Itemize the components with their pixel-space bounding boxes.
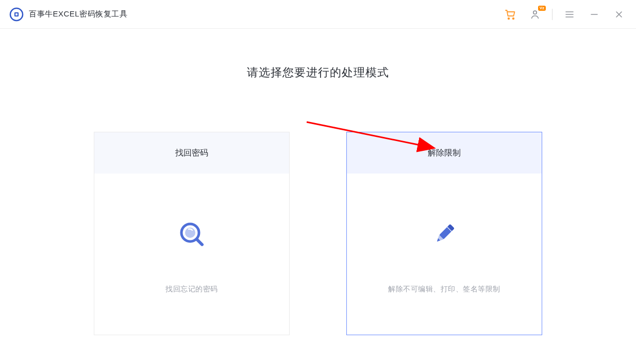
svg-point-4: [513, 18, 514, 19]
card-title: 解除限制: [347, 132, 542, 174]
vip-badge: Vz: [538, 6, 546, 11]
cart-icon[interactable]: [503, 7, 518, 22]
card-title: 找回密码: [94, 132, 289, 174]
magnifier-icon: [177, 220, 206, 249]
app-logo-icon: [9, 7, 24, 22]
cards-row: 找回密码 找回忘记的密码 解除限制: [0, 132, 636, 335]
card-body: 解除不可编辑、打印、签名等限制: [347, 174, 542, 335]
title-left: 百事牛EXCEL密码恢复工具: [9, 7, 127, 22]
card-desc: 找回忘记的密码: [165, 285, 218, 294]
user-icon[interactable]: Vz: [527, 7, 543, 22]
divider: [552, 9, 553, 20]
svg-point-3: [508, 18, 510, 19]
title-bar: 百事牛EXCEL密码恢复工具 Vz: [0, 0, 636, 29]
menu-icon[interactable]: [562, 7, 577, 22]
option-card-recover-password[interactable]: 找回密码 找回忘记的密码: [94, 132, 290, 335]
minimize-icon[interactable]: [587, 7, 602, 22]
main-heading: 请选择您要进行的处理模式: [0, 65, 636, 80]
svg-rect-2: [15, 13, 18, 15]
pencil-icon: [430, 220, 459, 249]
app-title: 百事牛EXCEL密码恢复工具: [29, 9, 127, 19]
card-body: 找回忘记的密码: [94, 174, 289, 335]
svg-line-14: [197, 239, 202, 245]
svg-point-5: [533, 11, 537, 14]
card-desc: 解除不可编辑、打印、签名等限制: [388, 285, 500, 294]
title-right: Vz: [503, 7, 627, 22]
close-icon[interactable]: [611, 7, 627, 22]
option-card-remove-restriction[interactable]: 解除限制 解除不可编辑、打印、签名等限制: [346, 132, 542, 335]
